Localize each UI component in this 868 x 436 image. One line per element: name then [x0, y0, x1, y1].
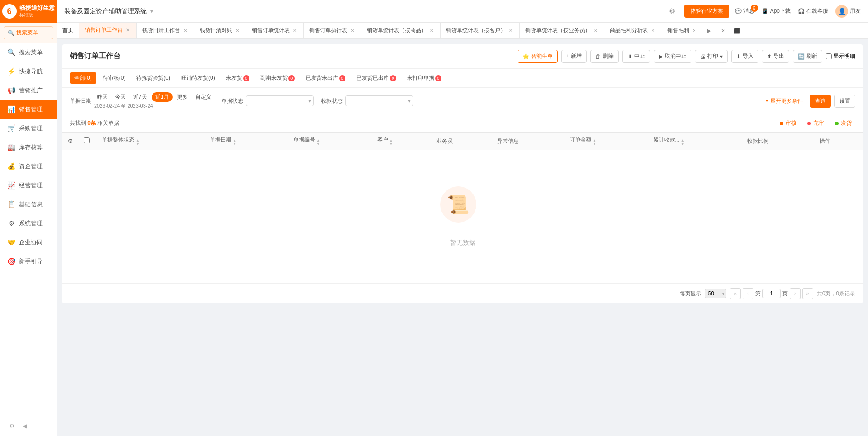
sidebar-item-system[interactable]: ⚙系统管理 — [0, 214, 57, 233]
date-option-昨天[interactable]: 昨天 — [94, 92, 110, 102]
expand-more-button[interactable]: ▾ 展开更多条件 — [766, 97, 803, 105]
last-page-button[interactable]: » — [802, 288, 813, 299]
ship-action-button[interactable]: 发货 — [831, 118, 855, 128]
table-header-date[interactable]: 单据日期▲▼ — [204, 133, 288, 150]
sub-tab-shipped-not-out[interactable]: 已发货未出库0 — [301, 72, 350, 84]
sidebar-item-search[interactable]: 🔍搜索菜单 — [0, 43, 57, 62]
tab-close-icon[interactable]: ✕ — [691, 28, 697, 34]
sidebar-item-basic-info[interactable]: 📋基础信息 — [0, 195, 57, 214]
sidebar-item-quick-nav[interactable]: ⚡快捷导航 — [0, 62, 57, 81]
smart-create-button[interactable]: ⭐ 智能生单 — [518, 50, 558, 63]
page-size-select[interactable]: 102050100 — [705, 289, 726, 298]
tab-cash-daily[interactable]: 钱货日清工作台✕ — [137, 23, 194, 39]
review-action-button[interactable]: 审核 — [776, 118, 800, 128]
sub-tab-unprinted[interactable]: 未打印单据0 — [403, 72, 446, 84]
sub-tab-pending-review[interactable]: 待审核(0) — [98, 72, 130, 84]
search-menu-button[interactable]: 🔍 搜索菜单 — [4, 26, 53, 39]
sub-tab-expired-unshipped[interactable]: 到期未发货0 — [256, 72, 299, 84]
sidebar-item-purchase[interactable]: 🛒采购管理 — [0, 119, 57, 138]
export-button[interactable]: ⬆ 导出 — [762, 50, 789, 63]
sub-tab-pending-inspect[interactable]: 待拣货验货(0) — [132, 72, 175, 84]
table-header-number[interactable]: 单据编号▲▼ — [288, 133, 372, 150]
sidebar-item-enterprise[interactable]: 🤝企业协同 — [0, 233, 57, 252]
sidebar-item-label: 销售管理 — [19, 105, 43, 114]
collapse-icon[interactable]: ◀ — [20, 422, 29, 431]
tab-close-icon[interactable]: ✕ — [592, 28, 599, 34]
table-header-customer[interactable]: 客户▲▼ — [372, 133, 431, 150]
sidebar-item-sales[interactable]: 📊销售管理 — [0, 100, 57, 119]
add-button[interactable]: + 新增 — [561, 50, 587, 63]
tab-close-icon[interactable]: ✕ — [349, 28, 355, 34]
online-support-button[interactable]: 🎧 在线客服 — [798, 7, 828, 15]
date-option-近7天[interactable]: 近7天 — [130, 92, 150, 102]
date-option-今天[interactable]: 今天 — [112, 92, 129, 102]
tab-close-icon[interactable]: ✕ — [292, 28, 298, 34]
sidebar-item-operations[interactable]: 📈经营管理 — [0, 176, 57, 195]
sidebar-item-finance[interactable]: 💰资金管理 — [0, 157, 57, 176]
table-settings-header[interactable]: ⚙ — [62, 133, 78, 150]
sidebar-item-beginner[interactable]: 🎯新手引导 — [0, 252, 57, 271]
sidebar-item-marketing[interactable]: 📢营销推广 — [0, 81, 57, 100]
tab-gross-margin[interactable]: 商品毛利分析表✕ — [604, 23, 662, 39]
settings-icon[interactable]: ⚙ — [7, 422, 16, 431]
tab-home[interactable]: 首页 — [57, 23, 79, 39]
show-detail-checkbox[interactable] — [826, 53, 832, 59]
topbar-settings-icon[interactable]: ⚙ — [665, 5, 679, 18]
col-label: 累计收款... — [653, 137, 680, 143]
import-button[interactable]: ⬇ 导入 — [731, 50, 758, 63]
delete-button[interactable]: 🗑 删除 — [590, 50, 619, 63]
query-button[interactable]: 查询 — [810, 95, 831, 108]
tab-more-button[interactable]: ▶ — [703, 23, 715, 39]
tab-close-icon[interactable]: ✕ — [650, 28, 656, 34]
sidebar-item-inventory[interactable]: 🏭库存核算 — [0, 138, 57, 157]
sub-tab-wangpu-pending[interactable]: 旺铺待发货(0) — [177, 72, 220, 84]
payment-select[interactable] — [345, 95, 413, 106]
tab-sales-summary-product[interactable]: 销货单统计表（按商品）✕ — [361, 23, 441, 39]
app-download-button[interactable]: 📱 App下载 — [762, 7, 791, 15]
table-header-collected[interactable]: 累计收款...▲▼ — [648, 133, 742, 150]
close-all-tabs-button[interactable]: ⬛ — [730, 24, 743, 37]
tab-sales-summary-staff[interactable]: 销货单统计表（按业务员）✕ — [520, 23, 604, 39]
table-header-overall-status[interactable]: 单据整体状态▲▼ — [96, 133, 204, 150]
first-page-button[interactable]: « — [730, 288, 741, 299]
refresh-button[interactable]: 🔄 刷新 — [793, 50, 822, 63]
prev-page-button[interactable]: ‹ — [743, 288, 753, 299]
close-current-tab-button[interactable]: ✕ — [717, 24, 729, 37]
tab-cash-reconcile[interactable]: 钱货日清对账✕ — [194, 23, 246, 39]
date-option-更多[interactable]: 更多 — [174, 92, 191, 102]
tab-sales-summary-customer[interactable]: 销货单统计表（按客户）✕ — [441, 23, 520, 39]
sub-tab-shipped-out[interactable]: 已发货已出库0 — [352, 72, 401, 84]
tab-sales-workbench[interactable]: 销售订单工作台✕ — [79, 23, 137, 39]
tab-close-icon[interactable]: ✕ — [182, 28, 188, 34]
user-menu-button[interactable]: 👤 用友 — [835, 5, 861, 18]
select-all-checkbox[interactable] — [84, 137, 90, 143]
next-page-button[interactable]: › — [790, 288, 801, 299]
show-detail-checkbox-label[interactable]: 显示明细 — [826, 52, 855, 60]
tab-close-icon[interactable]: ✕ — [508, 28, 514, 34]
date-filter-label: 单据日期 — [70, 97, 91, 105]
tab-sales-stats[interactable]: 销售订单统计表✕ — [246, 23, 304, 39]
tab-sales-more[interactable]: 销售毛利✕ — [662, 23, 703, 39]
sort-icon: ▲▼ — [681, 139, 685, 146]
sub-tab-unshipped[interactable]: 未发货0 — [221, 72, 254, 84]
date-option-近1月[interactable]: 近1月 — [152, 92, 173, 102]
sort-icon: ▲▼ — [317, 139, 320, 146]
cancel-review-action-button[interactable]: 充审 — [804, 118, 828, 128]
tab-close-icon[interactable]: ✕ — [234, 28, 240, 34]
tab-close-icon[interactable]: ✕ — [125, 27, 131, 33]
sidebar-item-label: 资金管理 — [19, 162, 43, 171]
suspend-button[interactable]: ⏸ 中止 — [622, 50, 650, 63]
print-button[interactable]: 🖨 打印 ▾ — [695, 50, 728, 63]
status-select[interactable] — [246, 95, 314, 106]
cancel-suspend-button[interactable]: ▶ 取消中止 — [654, 50, 691, 63]
tab-sales-exec[interactable]: 销售订单执行表✕ — [304, 23, 361, 39]
cancel-review-dot — [807, 122, 811, 125]
message-button[interactable]: 💬 消息 6 — [735, 7, 754, 15]
solution-button[interactable]: 体验行业方案 — [684, 5, 729, 18]
table-header-amount[interactable]: 订单金额▲▼ — [564, 133, 648, 150]
tab-close-icon[interactable]: ✕ — [428, 28, 435, 34]
date-option-自定义[interactable]: 自定义 — [192, 92, 214, 102]
page-number-input[interactable] — [762, 289, 781, 298]
filter-settings-button[interactable]: 设置 — [834, 95, 855, 108]
sub-tab-all[interactable]: 全部(0) — [70, 72, 96, 84]
